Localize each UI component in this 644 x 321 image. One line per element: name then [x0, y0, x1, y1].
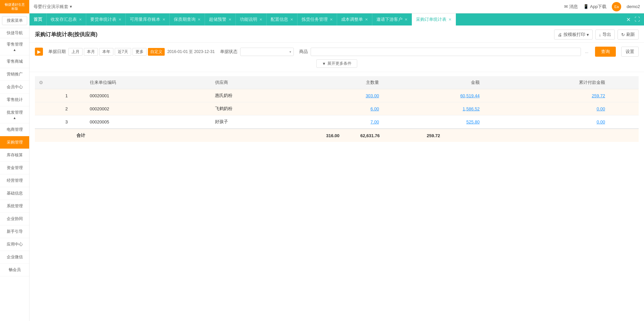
tab-available-inv[interactable]: 可用量库存账本 ✕ — [126, 13, 170, 25]
qty-link[interactable]: 6.00 — [371, 106, 379, 111]
tab-purchase-order-stats-close-icon[interactable]: ✕ — [448, 17, 451, 22]
avatar[interactable]: Ea — [612, 2, 621, 11]
qty-link[interactable]: 7.00 — [371, 119, 379, 124]
date-opt-this-month[interactable]: 本月 — [84, 48, 98, 56]
sidebar-item-inventory[interactable]: 库存核算 — [0, 149, 29, 162]
sidebar-item-newbie[interactable]: 新手引导 — [0, 225, 29, 238]
search-menu-button[interactable]: 搜索菜单 — [2, 16, 27, 25]
quick-nav-button[interactable]: 快捷导航 — [0, 28, 29, 38]
sidebar-item-system[interactable]: 系统管理 — [0, 200, 29, 213]
sidebar-item-wholesale[interactable]: 批发管理 ▲ — [0, 106, 29, 123]
date-opt-this-year[interactable]: 本年 — [99, 48, 113, 56]
sidebar-item-member2[interactable]: 畅会员 — [0, 264, 29, 276]
tab-demand-stats-close-icon[interactable]: ✕ — [118, 17, 121, 22]
tab-invite-downstream[interactable]: 邀请下游客户 ✕ — [372, 13, 412, 25]
date-filter-label: 单据日期 — [48, 49, 66, 55]
tab-expiry-query-close-icon[interactable]: ✕ — [198, 17, 201, 22]
tab-purchase-order-stats[interactable]: 采购订单统计表 ✕ — [412, 13, 456, 25]
row-settings-cell — [35, 115, 47, 128]
goods-filter-label: 商品 — [299, 49, 308, 55]
export-button[interactable]: ↓ 导出 — [595, 30, 615, 40]
tab-available-inv-close-icon[interactable]: ✕ — [162, 17, 165, 22]
message-button[interactable]: ✉ 消息 — [564, 4, 578, 10]
sidebar-item-purchase[interactable]: 采购管理 — [0, 136, 29, 149]
sidebar-search-area: 搜索菜单 — [0, 13, 29, 28]
close-tab-icon[interactable]: ✕ — [625, 16, 632, 23]
tabbar-end: ✕ ⛶ — [622, 16, 644, 23]
amount-link[interactable]: 525.80 — [466, 119, 480, 124]
chevron-down-icon-wholesale: ▲ — [13, 116, 16, 120]
paid-link[interactable]: 0.00 — [597, 106, 605, 111]
tab-pick-task[interactable]: 拣货任务管理 ✕ — [298, 13, 337, 25]
tab-invite-downstream-close-icon[interactable]: ✕ — [405, 17, 408, 22]
amount-cell: 525.80 — [383, 115, 484, 128]
sidebar-item-basic-info[interactable]: 基础信息 — [0, 187, 29, 200]
tab-overstock-close-icon[interactable]: ✕ — [228, 17, 231, 22]
amount-link[interactable]: 60,519.44 — [460, 93, 480, 98]
th-supplier: 供应商 — [211, 76, 305, 89]
sidebar-item-label: 畅会员 — [9, 267, 21, 273]
topbar-left: 母婴行业演示账套 ▾ — [34, 4, 72, 10]
sidebar-item-finance[interactable]: 资金管理 — [0, 162, 29, 174]
extra-cell — [609, 89, 639, 102]
more-filters-icon[interactable]: ... — [584, 49, 590, 55]
settings-button[interactable]: 设置 — [621, 47, 639, 57]
footer-amount: 62,631.76 — [347, 133, 388, 138]
amount-link[interactable]: 1,586.52 — [463, 106, 480, 111]
sidebar-item-wechat[interactable]: 企业微信 — [0, 251, 29, 264]
column-settings-icon[interactable]: ⚙ — [39, 80, 43, 85]
refresh-label: 刷新 — [626, 32, 635, 38]
logo-subtext: 标版 — [11, 7, 18, 11]
paid-link[interactable]: 0.00 — [597, 119, 605, 124]
sidebar-item-retail-shop[interactable]: 零售商城 — [0, 55, 29, 68]
sidebar-item-retail-stats[interactable]: 零售统计 — [0, 94, 29, 106]
refresh-icon: ↻ — [621, 32, 625, 37]
sidebar-item-retail-mgmt[interactable]: 零售管理 ▲ — [0, 38, 29, 55]
tab-demand-stats[interactable]: 要货单统计表 ✕ — [86, 13, 126, 25]
date-opt-7days[interactable]: 近7天 — [115, 48, 131, 56]
qty-link[interactable]: 303.00 — [366, 93, 379, 98]
filter-toggle-button[interactable]: ▶ — [35, 48, 43, 56]
expand-more-filters-button[interactable]: ▼ 展开更多条件 — [316, 59, 357, 68]
refresh-button[interactable]: ↻ 刷新 — [618, 30, 639, 40]
app-download-button[interactable]: 📱 App下载 — [583, 4, 606, 10]
tab-cost-adj-close-icon[interactable]: ✕ — [365, 17, 368, 22]
tab-recv-send-close-icon[interactable]: ✕ — [79, 17, 82, 22]
sidebar-item-app-center[interactable]: 应用中心 — [0, 238, 29, 251]
tab-config-info-close-icon[interactable]: ✕ — [290, 17, 293, 22]
print-button[interactable]: 🖨 按模板打印 ▾ — [554, 30, 593, 40]
tab-overstock[interactable]: 超储预警 ✕ — [205, 13, 236, 25]
status-filter-group: 单据状态 ▾ — [220, 48, 294, 56]
tab-config-info[interactable]: 配置信息 ✕ — [267, 13, 298, 25]
sidebar-item-marketing[interactable]: 营销推广 — [0, 68, 29, 81]
maximize-icon[interactable]: ⛶ — [633, 16, 641, 22]
main-qty-cell: 6.00 — [305, 102, 383, 115]
goods-input[interactable] — [311, 48, 581, 56]
user-name[interactable]: demo2 — [627, 4, 640, 9]
date-opt-last-month[interactable]: 上月 — [68, 48, 83, 56]
paid-link[interactable]: 259.72 — [592, 93, 605, 98]
th-row-num — [47, 76, 86, 89]
page-header: 采购订单统计表(按供应商) 🖨 按模板打印 ▾ ↓ 导出 ↻ 刷新 — [30, 25, 644, 43]
sidebar-item-enterprise[interactable]: 企业协同 — [0, 213, 29, 225]
tab-recv-send[interactable]: 收发存汇总表 ✕ — [47, 13, 86, 25]
sidebar-item-member[interactable]: 会员中心 — [0, 81, 29, 94]
tab-cost-adj[interactable]: 成本调整单 ✕ — [337, 13, 372, 25]
sidebar-item-label: 库存核算 — [7, 152, 23, 158]
sidebar-item-ecommerce[interactable]: 电商管理 — [0, 123, 29, 136]
sidebar-item-label: 应用中心 — [7, 242, 23, 247]
tab-expiry-query[interactable]: 保质期查询 ✕ — [170, 13, 205, 25]
th-settings: ⚙ — [35, 76, 47, 89]
org-selector[interactable]: 母婴行业演示账套 ▾ — [34, 4, 72, 10]
logo: 畅捷通好生意 标版 — [0, 0, 29, 13]
tab-home[interactable]: 首页 — [30, 13, 47, 25]
tab-func-desc-close-icon[interactable]: ✕ — [259, 17, 262, 22]
date-custom-badge: 自定义 — [148, 48, 165, 56]
tab-pick-task-close-icon[interactable]: ✕ — [330, 17, 333, 22]
query-button[interactable]: 查询 — [595, 47, 616, 57]
status-select[interactable] — [240, 48, 294, 56]
unit-code-cell: 00020005 — [86, 115, 211, 128]
tab-func-desc[interactable]: 功能说明 ✕ — [236, 13, 267, 25]
date-opt-more[interactable]: 更多 — [132, 48, 147, 56]
sidebar-item-operations[interactable]: 经营管理 — [0, 174, 29, 187]
